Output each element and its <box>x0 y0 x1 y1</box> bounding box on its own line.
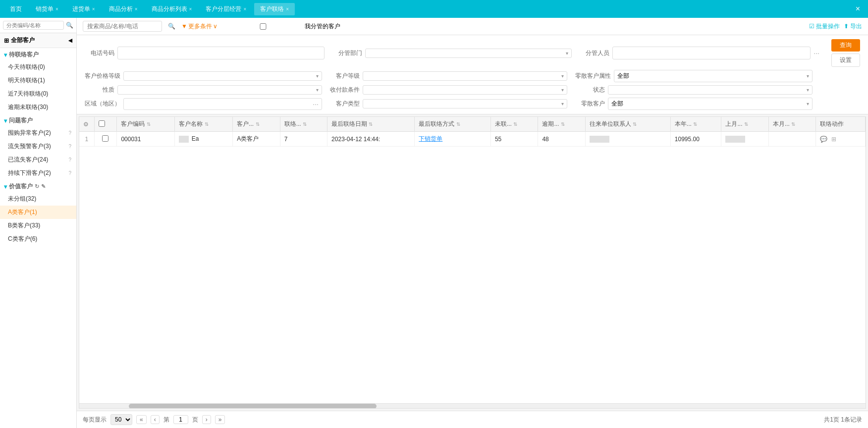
overdue-sort-icon: ⇅ <box>561 121 565 127</box>
not-contacted-column-header[interactable]: 未联... ⇅ <box>490 117 538 132</box>
settings-button[interactable]: 设置 <box>831 54 860 67</box>
all-customers-header[interactable]: ⊞ 全部客户 ◀ <box>0 33 76 48</box>
close-sales-icon[interactable]: × <box>55 6 58 12</box>
sidebar-item-c-class[interactable]: C类客户(6) <box>0 232 76 246</box>
person-dots-icon[interactable]: ··· <box>814 49 819 57</box>
sidebar-item-b-class[interactable]: B类客户(33) <box>0 219 76 232</box>
close-purchase-icon[interactable]: × <box>92 6 95 12</box>
gear-column-header[interactable]: ⚙ <box>79 117 94 132</box>
region-select[interactable]: ··· <box>123 98 322 110</box>
filter-dept: 分管部门 ▾ <box>332 49 572 58</box>
price-level-arrow-icon: ▾ <box>316 73 319 79</box>
filter-nature: 性质 ▾ <box>85 85 322 95</box>
sidebar-item-warning[interactable]: 流失预警客户(3) ? <box>0 140 76 153</box>
action-qr-icon[interactable]: ⊞ <box>831 136 836 143</box>
year-amount-column-header[interactable]: 本年... ⇅ <box>670 117 721 132</box>
checkbox-column-header <box>94 117 117 132</box>
more-conditions-button[interactable]: ▼ 更多条件 ∨ <box>181 22 217 31</box>
this-month-sort-icon: ⇅ <box>791 121 795 127</box>
payment-label: 收付款条件 <box>330 86 360 94</box>
refresh-icon[interactable]: ↻ <box>35 183 39 190</box>
sidebar-item-a-class[interactable]: A类客户(1) <box>0 206 76 219</box>
top-nav: 首页 销货单 × 进货单 × 商品分析 × 商品分析列表 × 客户分层经营 × … <box>0 0 868 18</box>
name-column-header[interactable]: 客户名称 ⇅ <box>175 117 233 132</box>
first-page-button[interactable]: « <box>136 415 147 424</box>
prev-page-button[interactable]: ‹ <box>151 415 160 424</box>
customer-level-select[interactable]: ▾ <box>363 71 567 81</box>
code-column-header[interactable]: 客户编码 ⇅ <box>117 117 175 132</box>
last-month-column-header[interactable]: 上月... ⇅ <box>721 117 768 132</box>
nav-sales[interactable]: 销货单 × <box>30 3 64 15</box>
this-month-column-header[interactable]: 本月... ⇅ <box>768 117 815 132</box>
year-sort-icon: ⇅ <box>693 121 697 127</box>
search-button[interactable]: 🔍 <box>168 23 175 30</box>
status-select[interactable]: ▾ <box>608 85 813 95</box>
nav-product-analysis[interactable]: 商品分析 × <box>103 3 144 15</box>
payment-select[interactable]: ▾ <box>363 85 567 95</box>
close-customer-contact-icon[interactable]: × <box>286 6 289 12</box>
last-type-sort-icon: ⇅ <box>456 121 460 127</box>
nav-product-list[interactable]: 商品分析列表 × <box>146 3 198 15</box>
close-customer-segment-icon[interactable]: × <box>243 6 246 12</box>
region-label: 区域（地区） <box>85 100 120 108</box>
my-customers-checkbox[interactable] <box>223 23 303 30</box>
retail-attr-select[interactable]: 全部 ▾ <box>614 70 813 82</box>
contact-count-column-header[interactable]: 联络... ⇅ <box>280 117 327 132</box>
horizontal-scrollbar[interactable] <box>79 403 866 408</box>
sidebar-item-7days[interactable]: 近7天待联络(0) <box>0 87 76 101</box>
unit-contact-column-header[interactable]: 往来单位联系人 ⇅ <box>585 117 670 132</box>
phone-input[interactable] <box>117 47 325 59</box>
code-sort-icon: ⇅ <box>147 121 151 127</box>
nav-home[interactable]: 首页 <box>4 3 28 15</box>
last-page-button[interactable]: » <box>215 415 225 424</box>
nav-customer-contact[interactable]: 客户联络 × <box>254 3 295 15</box>
sidebar-search-icon[interactable]: 🔍 <box>66 22 73 29</box>
row-checkbox[interactable] <box>102 135 108 142</box>
triangle-icon3: ▾ <box>4 183 7 190</box>
page-size-label: 每页显示 <box>83 416 107 424</box>
sidebar-item-abnormal[interactable]: 囤购异常客户(2) ? <box>0 126 76 140</box>
close-product-list-icon[interactable]: × <box>189 6 192 12</box>
sidebar-item-overdue[interactable]: 逾期未联络(30) <box>0 101 76 114</box>
nav-customer-segment[interactable]: 客户分层经营 × <box>200 3 252 15</box>
overdue-column-header[interactable]: 逾期... ⇅ <box>538 117 585 132</box>
close-product-analysis-icon[interactable]: × <box>135 6 138 12</box>
action-chat-icon[interactable]: 💬 <box>820 136 827 143</box>
customer-type-select[interactable]: ▾ <box>363 99 567 108</box>
last-contact-date-cell: 2023-04-12 14:44: <box>327 132 415 147</box>
batch-operation-button[interactable]: ☑ 批量操作 <box>809 22 840 31</box>
dept-select[interactable]: ▾ <box>365 49 572 58</box>
search-button-main[interactable]: 查询 <box>831 39 860 52</box>
retail-customer-select[interactable]: 全部 ▾ <box>608 98 813 110</box>
sidebar-item-lost[interactable]: 已流失客户(24) ? <box>0 153 76 166</box>
triangle-icon2: ▾ <box>4 117 7 124</box>
last-contact-date-column-header[interactable]: 最后联络日期 ⇅ <box>327 117 415 132</box>
export-button[interactable]: ⬆ 导出 <box>844 22 862 31</box>
phone-label: 电话号码 <box>85 49 114 57</box>
scrollbar-thumb[interactable] <box>129 404 377 409</box>
page-size-select[interactable]: 50 <box>110 414 132 425</box>
sidebar-item-today[interactable]: 今天待联络(0) <box>0 60 76 74</box>
sidebar-item-ungrouped[interactable]: 未分组(32) <box>0 192 76 206</box>
edit-icon[interactable]: ✎ <box>41 183 46 190</box>
category-column-header[interactable]: 客户... ⇅ <box>233 117 280 132</box>
filter-payment: 收付款条件 ▾ <box>330 85 567 95</box>
region-dots-icon[interactable]: ··· <box>313 100 319 108</box>
last-contact-type-cell: 下销货单 <box>415 132 491 147</box>
filter-row-2: 客户价格等级 ▾ 客户等级 ▾ 零散客户属性 全部 ▾ <box>85 70 860 82</box>
select-all-checkbox[interactable] <box>99 120 105 127</box>
last-contact-link[interactable]: 下销货单 <box>419 135 442 142</box>
status-label: 状态 <box>575 86 605 94</box>
price-level-select[interactable]: ▾ <box>123 71 322 81</box>
nav-purchase[interactable]: 进货单 × <box>66 3 101 15</box>
sidebar-item-declining[interactable]: 持续下滑客户(2) ? <box>0 166 76 180</box>
nature-select[interactable]: ▾ <box>117 85 322 95</box>
person-input[interactable] <box>612 47 811 59</box>
search-input[interactable] <box>83 21 162 32</box>
close-all-button[interactable]: × <box>852 2 864 15</box>
sidebar-search-input[interactable] <box>3 21 64 30</box>
next-page-button[interactable]: › <box>202 415 211 424</box>
last-contact-type-column-header[interactable]: 最后联络方式 ⇅ <box>415 117 491 132</box>
page-number-input[interactable] <box>173 415 188 424</box>
sidebar-item-tomorrow[interactable]: 明天待联络(1) <box>0 74 76 87</box>
